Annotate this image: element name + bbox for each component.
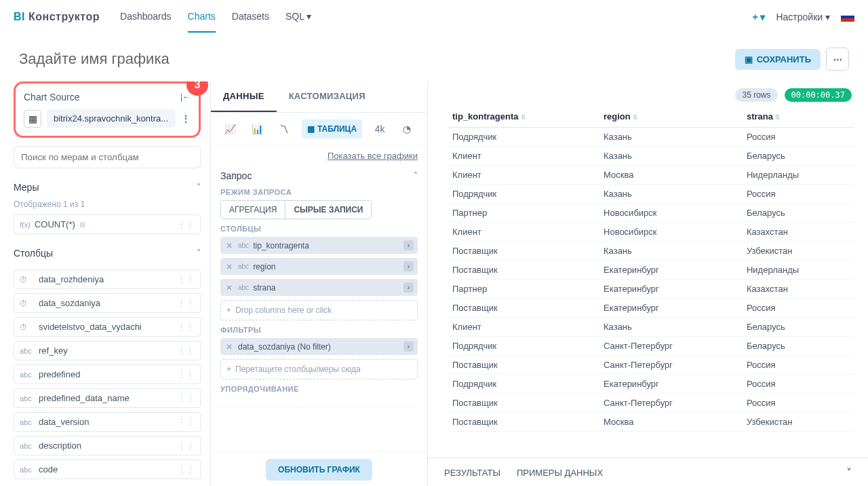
table-cell: Россия bbox=[743, 356, 854, 375]
table-cell: Партнер bbox=[448, 280, 599, 299]
column-item[interactable]: ⏱data_sozdaniya⋮⋮ bbox=[14, 293, 201, 313]
table-row[interactable]: ПартнерНовосибирскБеларусь bbox=[448, 204, 854, 223]
time-pill: 00:00:00.37 bbox=[785, 88, 852, 102]
cols-drop-zone[interactable]: +Drop columns here or click bbox=[220, 300, 418, 320]
logo: BI Конструктор bbox=[14, 11, 100, 23]
nav-tab-dashboards[interactable]: Dashboards bbox=[120, 1, 172, 33]
table-row[interactable]: ПодрядчикЕкатеринбургРоссия bbox=[448, 375, 854, 394]
mode-aggregation[interactable]: АГРЕГАЦИЯ bbox=[221, 201, 285, 219]
drag-icon[interactable]: ⋮⋮ bbox=[177, 464, 195, 474]
show-all-link[interactable]: Показать все графики bbox=[328, 151, 418, 161]
drag-icon[interactable]: ⋮⋮ bbox=[177, 298, 195, 308]
table-cell: Подрядчик bbox=[448, 128, 599, 147]
table-header[interactable]: region⇅ bbox=[599, 106, 743, 128]
table-row[interactable]: ПодрядчикКазаньРоссия bbox=[448, 185, 854, 204]
table-header[interactable]: strana⇅ bbox=[743, 106, 854, 128]
search-input[interactable] bbox=[14, 146, 201, 168]
table-row[interactable]: КлиентКазаньБеларусь bbox=[448, 318, 854, 337]
bar-chart-icon[interactable]: 📊 bbox=[248, 119, 267, 138]
columns-header[interactable]: Столбцы˄ bbox=[14, 244, 201, 263]
column-chip[interactable]: ✕abctip_kontragenta› bbox=[220, 237, 418, 254]
type-icon: ⏱ bbox=[20, 276, 35, 284]
nav-tab-sql[interactable]: SQL ▾ bbox=[285, 1, 311, 33]
add-button[interactable]: + ▾ bbox=[752, 12, 765, 22]
drag-icon[interactable]: ⋮⋮ bbox=[177, 274, 195, 284]
collapse-icon[interactable]: |← bbox=[180, 92, 191, 102]
table-wrap[interactable]: tip_kontragenta⇅region⇅strana⇅ Подрядчик… bbox=[428, 106, 868, 457]
table-cell: Поставщик bbox=[448, 261, 599, 280]
save-button[interactable]: ▣ СОХРАНИТЬ bbox=[735, 49, 821, 70]
tab-customization[interactable]: КАСТОМИЗАЦИЯ bbox=[277, 81, 378, 112]
chevron-right-icon[interactable]: › bbox=[403, 282, 414, 293]
table-row[interactable]: ПоставщикМоскваУзбекистан bbox=[448, 413, 854, 432]
chevron-right-icon[interactable]: › bbox=[403, 341, 414, 352]
column-item[interactable]: abccode⋮⋮ bbox=[14, 460, 201, 479]
big-number-icon[interactable]: 4k bbox=[370, 119, 389, 138]
column-item[interactable]: ⏱data_rozhdeniya⋮⋮ bbox=[14, 269, 201, 289]
drag-icon[interactable]: ⋮⋮ bbox=[177, 441, 195, 451]
measures-header[interactable]: Меры˄ bbox=[14, 178, 201, 197]
settings-link[interactable]: Настройки ▾ bbox=[776, 12, 830, 22]
table-row[interactable]: КлиентНовосибирскКазахстан bbox=[448, 223, 854, 242]
column-item[interactable]: abcref_key⋮⋮ bbox=[14, 341, 201, 360]
source-menu-icon[interactable]: ⋮ bbox=[181, 113, 191, 124]
column-item[interactable]: abcdata_version⋮⋮ bbox=[14, 412, 201, 432]
column-chip[interactable]: ✕abcstrana› bbox=[220, 279, 418, 296]
table-cell: Поставщик bbox=[448, 299, 599, 318]
remove-icon[interactable]: ✕ bbox=[224, 241, 234, 250]
drag-icon[interactable]: ⋮⋮ bbox=[177, 417, 195, 427]
query-header[interactable]: Запрос˄ bbox=[220, 170, 418, 181]
column-item[interactable]: abcpredefined⋮⋮ bbox=[14, 364, 201, 384]
table-row[interactable]: ПоставщикСанкт-ПетербургРоссия bbox=[448, 394, 854, 413]
measure-item[interactable]: f(x)COUNT(*) ▦⋮⋮ bbox=[14, 214, 201, 234]
column-chip[interactable]: ✕abcregion› bbox=[220, 258, 418, 275]
chip-name: tip_kontragenta bbox=[253, 241, 309, 250]
query-section: Запрос˄ РЕЖИМ ЗАПРОСА АГРЕГАЦИЯ СЫРЫЕ ЗА… bbox=[220, 161, 418, 407]
area-chart-icon[interactable]: 〽 bbox=[275, 119, 294, 138]
chevron-right-icon[interactable]: › bbox=[403, 240, 414, 250]
filters-label: ФИЛЬТРЫ bbox=[220, 326, 418, 334]
table-chart-button[interactable]: ▦ ТАБЛИЦА bbox=[302, 119, 362, 138]
refresh-chart-button[interactable]: ОБНОВИТЬ ГРАФИК bbox=[266, 459, 372, 481]
chevron-down-icon[interactable]: ˅ bbox=[846, 466, 852, 479]
table-header[interactable]: tip_kontragenta⇅ bbox=[448, 106, 599, 128]
column-item[interactable]: ⏱svidetelstvo_data_vydachi⋮⋮ bbox=[14, 317, 201, 337]
type-icon: abc bbox=[20, 394, 35, 403]
footer-tab-samples[interactable]: ПРИМЕРЫ ДАННЫХ bbox=[517, 468, 603, 478]
remove-icon[interactable]: ✕ bbox=[224, 283, 234, 293]
drag-icon[interactable]: ⋮⋮ bbox=[177, 345, 195, 356]
remove-icon[interactable]: ✕ bbox=[224, 342, 234, 352]
table-row[interactable]: ПоставщикКазаньУзбекистан bbox=[448, 242, 854, 261]
nav-tab-charts[interactable]: Charts bbox=[188, 1, 216, 33]
line-chart-icon[interactable]: 📈 bbox=[220, 119, 239, 138]
table-row[interactable]: ПартнерЕкатеринбургКазахстан bbox=[448, 280, 854, 299]
remove-icon[interactable]: ✕ bbox=[224, 262, 234, 272]
type-icon: abc bbox=[20, 418, 35, 426]
drag-icon[interactable]: ⋮⋮ bbox=[177, 322, 195, 332]
mode-raw[interactable]: СЫРЫЕ ЗАПИСИ bbox=[285, 201, 371, 219]
table-row[interactable]: ПодрядчикКазаньРоссия bbox=[448, 128, 854, 147]
table-row[interactable]: ПодрядчикСанкт-ПетербургБеларусь bbox=[448, 337, 854, 356]
filter-chip[interactable]: ✕data_sozdaniya (No filter)› bbox=[220, 338, 418, 355]
table-row[interactable]: ПоставщикЕкатеринбургНидерланды bbox=[448, 261, 854, 280]
table-row[interactable]: КлиентМоскваНидерланды bbox=[448, 166, 854, 185]
drag-icon[interactable]: ⋮⋮ bbox=[177, 369, 195, 379]
page-title[interactable]: Задайте имя графика bbox=[19, 50, 735, 68]
nav-tab-datasets[interactable]: Datasets bbox=[232, 1, 269, 33]
table-row[interactable]: ПоставщикСанкт-ПетербургРоссия bbox=[448, 356, 854, 375]
column-item[interactable]: abcdescription⋮⋮ bbox=[14, 436, 201, 455]
table-row[interactable]: КлиентКазаньБеларусь bbox=[448, 147, 854, 166]
drag-icon[interactable]: ⋮⋮ bbox=[177, 219, 195, 229]
filters-drop-zone[interactable]: +Перетащите столбцы/меры сюда bbox=[220, 359, 418, 379]
column-item[interactable]: abcpredefined_data_name⋮⋮ bbox=[14, 388, 201, 408]
save-icon: ▣ bbox=[745, 54, 753, 64]
flag-icon[interactable] bbox=[841, 12, 854, 22]
more-button[interactable]: ⋯ bbox=[826, 48, 849, 71]
chevron-right-icon[interactable]: › bbox=[403, 261, 414, 272]
table-row[interactable]: ПоставщикЕкатеринбургРоссия bbox=[448, 299, 854, 318]
pie-chart-icon[interactable]: ◔ bbox=[397, 119, 416, 138]
chart-source-item[interactable]: ▦ bitrix24.spravochnik_kontra... ⋮ bbox=[24, 109, 191, 128]
footer-tab-results[interactable]: РЕЗУЛЬТАТЫ bbox=[444, 468, 500, 478]
drag-icon[interactable]: ⋮⋮ bbox=[177, 393, 195, 403]
tab-data[interactable]: ДАННЫЕ bbox=[211, 81, 277, 112]
